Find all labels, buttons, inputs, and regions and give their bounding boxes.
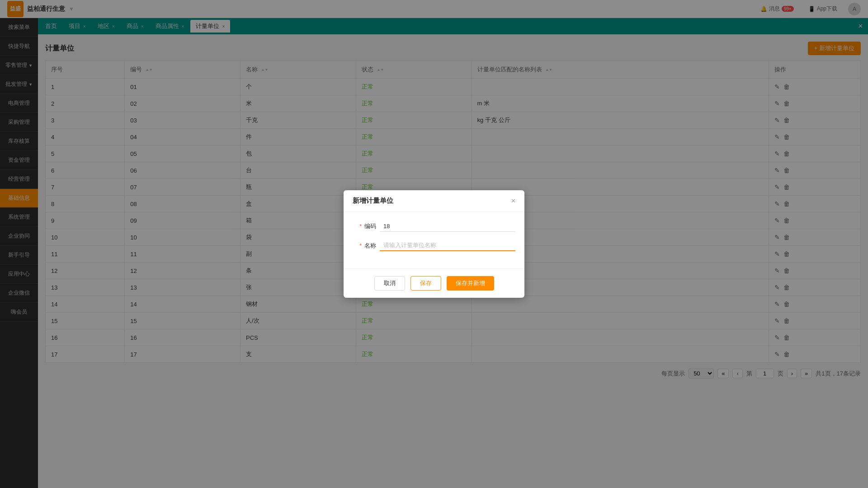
modal-title: 新增计量单位 [353,197,393,205]
form-row-code: * 编码 [353,221,515,232]
code-label: * 编码 [353,222,380,230]
modal-header: 新增计量单位 × [344,190,524,212]
cancel-button[interactable]: 取消 [374,276,405,291]
modal-footer: 取消 保存 保存并新增 [344,268,524,298]
save-button[interactable]: 保存 [410,276,441,291]
required-star-name: * [359,242,362,249]
modal-close-btn[interactable]: × [511,197,515,205]
modal-body: * 编码 * 名称 [344,212,524,268]
add-unit-modal: 新增计量单位 × * 编码 * 名称 取消 保存 保存并新增 [344,190,524,298]
form-row-name: * 名称 [353,240,515,251]
required-star: * [359,223,362,230]
name-label: * 名称 [353,242,380,250]
unit-name-input[interactable] [380,240,515,251]
code-input[interactable] [380,221,515,232]
modal-overlay[interactable]: 新增计量单位 × * 编码 * 名称 取消 保存 保存并新增 [0,0,868,488]
save-and-new-button[interactable]: 保存并新增 [447,276,494,291]
